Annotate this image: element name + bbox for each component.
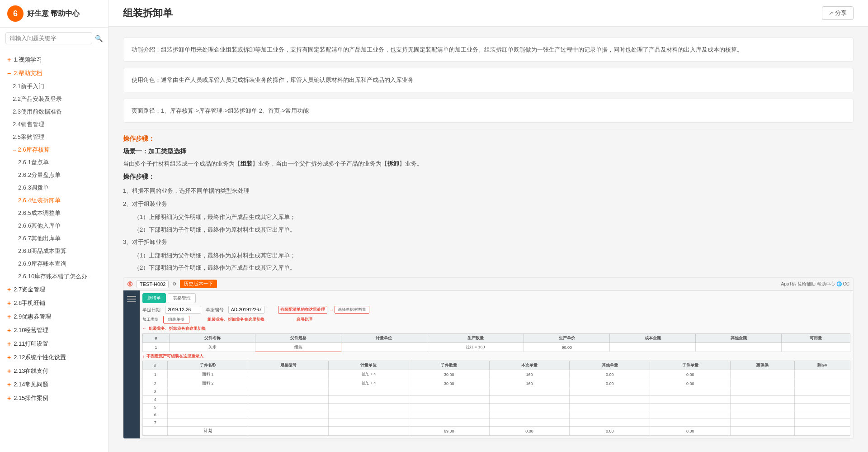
ss-th2-num: # (143, 361, 168, 370)
steps-heading: 操作步骤： (123, 173, 854, 181)
ss-type-label: 加工类型 (142, 317, 159, 323)
ss-form-no-input[interactable] (228, 306, 264, 314)
ss-form-date-input[interactable] (165, 306, 201, 314)
label-s2_2: 2.2产品安装及登录 (13, 95, 62, 102)
breadcrumb-box: 页面路径：1、库存核算->库存管理->组装拆卸单 2、首页->常用功能 (123, 99, 854, 123)
scenario-desc: 当由多个子件材料组装成一个成品的业务为【组装】业务，当由一个父件拆分成多个子产品… (123, 158, 854, 169)
ss-table-footer: 计划 69.00 0.00 0.00 0.00 (143, 427, 850, 436)
ss-tab-manage: 表格管理 (168, 293, 196, 303)
sidebar-item-s2_13[interactable]: + 2.13在线支付 (0, 364, 108, 378)
sidebar-item-s2_8[interactable]: + 2.8手机旺铺 (0, 296, 108, 310)
sidebar-label-s2: 2.帮助文档 (14, 69, 42, 77)
ss-body: 新增单 表格管理 单据日期 单据编号 有装配清单的在这里处理 (123, 290, 853, 438)
expand-icon-s2_10: + (7, 327, 11, 334)
step-2: 2、对于组装业务 (123, 199, 854, 209)
ss-th2-qty: 子件数量 (409, 361, 489, 370)
ss-enable-annot: 启用处理 (296, 317, 312, 323)
ss-main-content: 新增单 表格管理 单据日期 单据编号 有装配清单的在这里处理 (140, 290, 853, 438)
annot-1-btn: 选择单据材料量 (335, 306, 369, 314)
sidebar-item-s2_6_5[interactable]: 2.6.5成本调整单 (0, 207, 108, 219)
sidebar-item-s2_5[interactable]: 2.5采购管理 (0, 131, 108, 143)
ss-logo: ⑥ (127, 281, 133, 288)
step-3-sub-1: （1）上部明细为父件明细，最终作为原材料生成其它出库单； (123, 250, 854, 261)
sidebar-item-s2_12[interactable]: + 2.12系统个性化设置 (0, 351, 108, 364)
sidebar-item-s2_10[interactable]: + 2.10经营管理 (0, 324, 108, 337)
intro-box-2: 使用角色：通常由生产人员或库管人员完成拆装业务的操作，库管人员确认原材料的出库和… (123, 68, 854, 92)
ss-form-row: 单据日期 单据编号 有装配清单的在这里处理 → 选择单据材料量 (142, 306, 850, 314)
sidebar-item-s2_3[interactable]: 2.3使用前数据准备 (0, 105, 108, 118)
label-s2_7: 2.7资金管理 (14, 285, 45, 294)
annot-1-arrow: → (329, 307, 334, 312)
sidebar-item-s2_14[interactable]: + 2.14常见问题 (0, 378, 108, 391)
ss-th2-spec: 规格型号 (248, 361, 329, 370)
intro-box-1: 功能介绍：组装拆卸单用来处理企业组装或拆卸等加工业务，支持有固定装配清单的产品加… (123, 38, 854, 62)
label-s2_12: 2.12系统个性化设置 (14, 353, 66, 362)
label-s2_3: 2.3使用前数据准备 (13, 108, 62, 115)
label-s2_1: 2.1新手入门 (13, 83, 44, 90)
ss-tabs: 新增单 表格管理 (142, 293, 850, 303)
sidebar-item-s2_15[interactable]: + 2.15操作案例 (0, 391, 108, 405)
sidebar-item-s2_6_4[interactable]: 2.6.4组装拆卸单 (0, 194, 108, 207)
screenshot-container: ⑥ TEST-H002 ⚙ 历史版本一下 AppT桃 佐给辅助 帮助中心 🌐 C… (123, 277, 854, 439)
sidebar-item-s2_6_9[interactable]: 2.6.9库存账本查询 (0, 257, 108, 270)
ss-child-row-5: 5 (143, 404, 850, 411)
ss-child-row-6: 6 (143, 411, 850, 419)
sidebar-label-s1: 1.视频学习 (14, 56, 42, 64)
annot-3: ← 组装业务、拆卸业务在这里切换 (142, 326, 850, 332)
sidebar-item-s2_2[interactable]: 2.2产品安装及登录 (0, 93, 108, 105)
intro-text-1: 功能介绍：组装拆卸单用来处理企业组装或拆卸等加工业务，支持有固定装配清单的产品加… (132, 46, 743, 53)
label-s2_11: 2.11打印设置 (14, 340, 48, 348)
sidebar-item-s2_6[interactable]: − 2.6库存核算 (0, 143, 108, 156)
ss-tab-new: 新增单 (142, 293, 166, 303)
share-button[interactable]: ↗ 分享 (822, 6, 854, 20)
label-s2_14: 2.14常见问题 (14, 381, 48, 389)
sidebar-item-s2_6_10[interactable]: 2.6.10库存账本错了怎么办 (0, 270, 108, 283)
label-s2_8: 2.8手机旺铺 (14, 299, 45, 307)
ss-th-price: 生产单价 (524, 334, 610, 343)
step-2-sub-1: （1）上部明细为父件明细，最终作为产成品生成其它入库单； (123, 212, 854, 222)
sidebar-item-s2_6_8[interactable]: 2.6.8商品成本重算 (0, 245, 108, 257)
sidebar-item-s2_7[interactable]: + 2.7资金管理 (0, 283, 108, 296)
sidebar-item-s2_9[interactable]: + 2.9优惠券管理 (0, 310, 108, 324)
ss-th-cost: 成本金额 (610, 334, 696, 343)
sidebar-item-s2_6_1[interactable]: 2.6.1盘点单 (0, 156, 108, 169)
app-title: 好生意 帮助中心 (27, 9, 80, 19)
ss-menu-line1 (127, 296, 136, 297)
sidebar-item-s2_6_3[interactable]: 2.6.3调拨单 (0, 181, 108, 194)
sidebar-nav: + 1.视频学习 − 2.帮助文档 2.1新手入门 2.2产品安装及登录 2.3… (0, 49, 108, 452)
expand-icon-s2_14: + (7, 381, 11, 388)
sidebar-item-s2_6_2[interactable]: 2.6.2分量盘点单 (0, 169, 108, 181)
label-s2_4: 2.4销售管理 (13, 121, 44, 128)
sidebar-item-s2_1[interactable]: 2.1新手入门 (0, 80, 108, 93)
sidebar-header: 6 好生意 帮助中心 (0, 0, 108, 28)
sidebar-item-s1[interactable]: + 1.视频学习 (0, 53, 108, 67)
scenario-heading: 场景一：加工类型选择 (123, 147, 854, 156)
step-3: 3、对于拆卸业务 (123, 237, 854, 247)
annot-5-arrow: ↑ (142, 354, 145, 359)
share-icon: ↗ (829, 10, 833, 16)
expand-icon-s2: − (7, 70, 11, 77)
sidebar-item-s2_6_6[interactable]: 2.6.6其他入库单 (0, 219, 108, 232)
ss-th2-cur: 本次单量 (489, 361, 570, 370)
logo-icon: 6 (7, 5, 24, 22)
ss-th-unit: 计量单位 (341, 334, 427, 343)
ss-table-row-1: 1 关米 组装 扯/1 = 160 90.00 (143, 343, 850, 352)
expand-icon-s2_13: + (7, 367, 11, 375)
expand-icon-s2_9: + (7, 313, 11, 320)
ss-table-parent: # 父件名称 父件规格 计量单位 生产数量 生产单价 成本金额 其他金额 可用量 (142, 333, 850, 352)
sidebar-item-s2[interactable]: − 2.帮助文档 (0, 67, 108, 80)
ss-th-qty: 生产数量 (427, 334, 524, 343)
search-icon[interactable]: 🔍 (95, 35, 103, 42)
sidebar-item-s2_4[interactable]: 2.4销售管理 (0, 118, 108, 131)
ss-menu-line2 (127, 299, 136, 300)
intro-text-2: 使用角色：通常由生产人员或库管人员完成拆装业务的操作，库管人员确认原材料的出库和… (132, 76, 414, 83)
ss-menu-line3 (127, 301, 136, 302)
sidebar-item-s2_6_7[interactable]: 2.6.7其他出库单 (0, 232, 108, 245)
label-s2_13: 2.13在线支付 (14, 367, 48, 375)
search-input[interactable] (5, 32, 92, 44)
sidebar-item-s2_11[interactable]: + 2.11打印设置 (0, 337, 108, 351)
ss-th-parent-spec: 父件规格 (255, 334, 341, 343)
ss-type-annot: 组装业务、拆卸业务在这里切换 (208, 317, 264, 323)
ss-th2-gv: 到GV (795, 361, 850, 370)
annot-5-label: 不固定流产可组装在这里重录入 (146, 353, 203, 359)
